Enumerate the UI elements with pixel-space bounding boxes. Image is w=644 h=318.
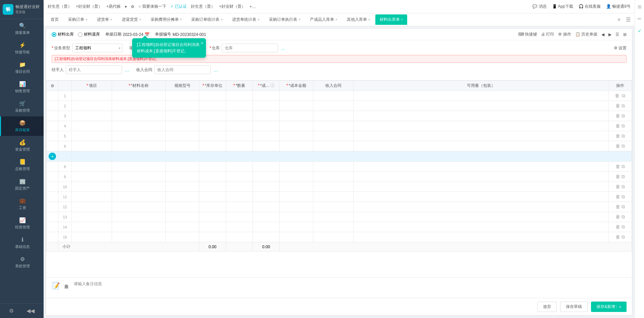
row-delete-btn[interactable]: 🗑 [615, 173, 621, 180]
right-icon-3[interactable]: ✓ [636, 27, 643, 35]
row-income-contract[interactable] [313, 192, 354, 202]
row-active-cell[interactable] [58, 151, 72, 162]
sidebar-item-salary[interactable]: 💼 工资 [0, 194, 44, 214]
row-qty[interactable] [226, 192, 253, 202]
nav-dropdown[interactable]: ▾ [125, 4, 127, 9]
nav-user[interactable]: 👤 畅捷通8号 [606, 4, 631, 9]
row-cost-amount[interactable] [280, 162, 313, 172]
income-contract-input[interactable] [154, 65, 211, 74]
row-delete-btn[interactable]: 🗑 [615, 102, 621, 109]
row-cost-amount[interactable] [280, 222, 313, 232]
sidebar-item-system[interactable]: ⚙ 系统管理 [0, 253, 44, 272]
row-unit[interactable] [199, 91, 226, 101]
prev-icon[interactable]: ◀ [601, 32, 604, 37]
row-unit[interactable] [199, 101, 226, 111]
row-unit[interactable] [199, 121, 226, 131]
tab-close-icon[interactable]: × [221, 18, 223, 21]
row-cost-amount[interactable] [280, 91, 313, 101]
row-cost[interactable] [253, 91, 280, 101]
row-project[interactable] [72, 232, 112, 242]
row-cost[interactable] [253, 222, 280, 232]
save-draft-button[interactable]: 保存草稿 [560, 302, 588, 312]
row-cost[interactable] [253, 232, 280, 242]
row-unit[interactable] [199, 131, 226, 141]
row-copy-btn[interactable]: ⧉ [621, 112, 626, 119]
nav-haoshengyi2[interactable]: 好生意（普） [191, 4, 215, 9]
nav-more[interactable]: +… [250, 4, 256, 9]
row-cost[interactable] [253, 121, 280, 131]
row-delete-btn[interactable]: 🗑 [614, 92, 620, 99]
tab-purchase-exec[interactable]: 采购订单执行表× [265, 14, 305, 25]
row-spec[interactable] [166, 131, 199, 141]
row-project[interactable] [72, 141, 112, 151]
row-qty[interactable] [226, 222, 253, 232]
row-qty[interactable] [226, 131, 253, 141]
tab-close-icon[interactable]: × [86, 18, 88, 21]
tab-inbound-stats[interactable]: 进货单统计表× [228, 14, 264, 25]
save-new-arrow-icon[interactable]: ∧ [616, 305, 621, 309]
add-row-btn[interactable]: + [49, 153, 56, 160]
sidebar-item-project[interactable]: 📁 项目合同 [0, 58, 44, 77]
settings-footer-icon[interactable]: ⚙ [8, 306, 15, 315]
row-copy-btn[interactable]: ⧉ [621, 102, 626, 109]
row-project[interactable] [72, 202, 112, 212]
tab-close-icon[interactable]: × [299, 18, 301, 21]
row-income-contract[interactable] [313, 202, 354, 212]
row-cost-amount[interactable] [280, 232, 313, 242]
operation-btn[interactable]: ⚙ 操作 [558, 32, 571, 37]
row-unit[interactable] [199, 232, 226, 242]
row-name[interactable] [112, 172, 166, 182]
row-unit[interactable] [199, 172, 226, 182]
row-project[interactable] [72, 111, 112, 121]
row-qty[interactable] [226, 172, 253, 182]
row-name[interactable] [112, 141, 166, 151]
row-delete-btn[interactable]: 🗑 [615, 203, 621, 210]
tab-close-icon[interactable]: × [139, 18, 141, 21]
row-project[interactable] [72, 222, 112, 232]
handler-dots-icon[interactable]: … [125, 67, 129, 72]
row-spec[interactable] [166, 111, 199, 121]
row-copy-btn[interactable]: ⧉ [621, 173, 626, 180]
shortcut-btn[interactable]: ⌨ 快捷键 [518, 32, 537, 37]
row-copy-btn[interactable]: ⧉ [621, 92, 626, 99]
tab-close-icon[interactable]: × [110, 18, 112, 21]
row-name[interactable] [112, 192, 166, 202]
row-project[interactable] [72, 101, 112, 111]
row-spec[interactable] [166, 162, 199, 172]
list-view-icon[interactable]: ☰ [615, 32, 619, 37]
row-name[interactable] [112, 131, 166, 141]
row-name[interactable] [112, 182, 166, 192]
row-income-contract[interactable] [313, 172, 354, 182]
row-income-contract[interactable] [313, 101, 354, 111]
row-income-contract[interactable] [313, 232, 354, 242]
row-delete-btn[interactable]: 🗑 [615, 223, 621, 230]
row-income-contract[interactable] [313, 222, 354, 232]
row-cost[interactable] [253, 212, 280, 222]
row-unit[interactable] [199, 222, 226, 232]
row-copy-btn[interactable]: ⧉ [621, 233, 626, 241]
row-qty[interactable] [226, 121, 253, 131]
detail-view-icon[interactable]: ⊞ [623, 32, 627, 37]
row-delete-btn[interactable]: 🗑 [615, 163, 621, 170]
row-spec[interactable] [166, 202, 199, 212]
tab-inbound[interactable]: 进货单× [93, 14, 117, 25]
row-spec[interactable] [166, 182, 199, 192]
nav-app-download[interactable]: 📱 App下载 [552, 4, 573, 9]
sidebar-item-finance[interactable]: 💰 资金管理 [0, 136, 44, 155]
tab-close-icon[interactable]: × [368, 18, 370, 21]
row-spec[interactable] [166, 192, 199, 202]
nav-online-service[interactable]: 🎧 在线客服 [579, 4, 601, 9]
row-copy-btn[interactable]: ⧉ [621, 203, 626, 210]
row-delete-btn[interactable]: 🗑 [615, 233, 621, 240]
row-project[interactable] [72, 131, 112, 141]
tab-close-active-icon[interactable]: × [401, 18, 403, 21]
row-qty[interactable] [226, 91, 253, 101]
row-cost[interactable] [253, 202, 280, 212]
tab-product-in[interactable]: 产成品入库单× [306, 14, 342, 25]
row-qty[interactable] [226, 162, 253, 172]
tab-close-icon[interactable]: × [335, 18, 337, 21]
sidebar-item-quick[interactable]: ⚡ 快捷导航 [0, 39, 44, 58]
row-cost[interactable] [253, 172, 280, 182]
row-copy-btn[interactable]: ⧉ [621, 183, 626, 190]
right-icon-2[interactable]: ✏ [636, 15, 643, 23]
